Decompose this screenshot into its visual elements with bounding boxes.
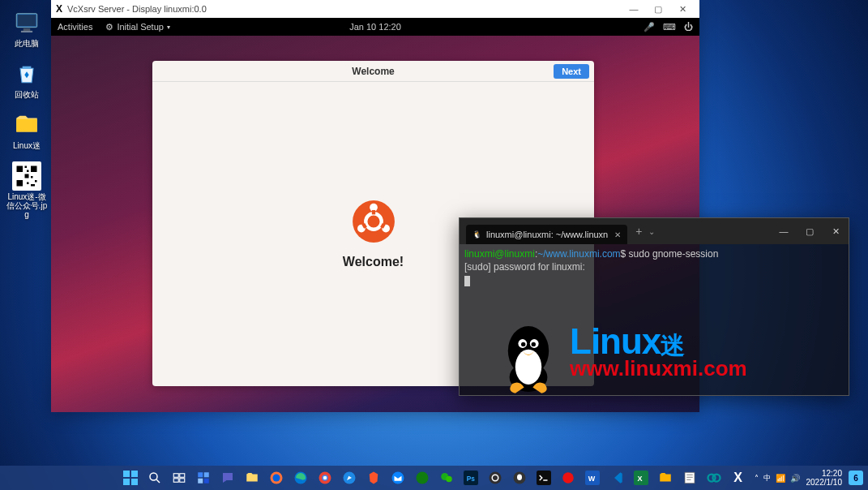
microphone-icon[interactable]: 🎤 (644, 22, 655, 32)
wsl-button[interactable] (509, 467, 530, 488)
prompt-user-host: linuxmi@linuxmi (464, 248, 535, 260)
terminal-minimize-button[interactable]: — (771, 226, 797, 236)
edge-button[interactable] (290, 467, 311, 488)
maximize-button[interactable]: ▢ (646, 4, 670, 15)
svg-rect-42 (203, 479, 208, 484)
settings-icon: ⚙ (105, 22, 113, 32)
tray-chevron-icon[interactable]: ˄ (755, 474, 759, 483)
taskbar-clock[interactable]: 12:20 2022/1/10 (806, 469, 843, 487)
desktop-icons: 此电脑 回收站 Linux迷 Linux迷-微信公众号.jpg (4, 8, 53, 230)
svg-rect-30 (123, 471, 130, 477)
safari-button[interactable] (339, 467, 360, 488)
clock-label[interactable]: Jan 10 12:20 (349, 22, 401, 32)
welcome-text: Welcome! (343, 255, 404, 269)
firefox-button[interactable] (266, 467, 287, 488)
wechat-button[interactable] (436, 467, 457, 488)
task-view-button[interactable] (169, 467, 190, 488)
svg-rect-6 (31, 166, 37, 173)
folder2-button[interactable] (655, 467, 676, 488)
vcxsrv-titlebar[interactable]: X VcXsrv Server - Display linuxmi:0.0 — … (51, 0, 699, 18)
word-button[interactable]: W (582, 467, 603, 488)
welcome-title: Welcome (352, 66, 394, 77)
obs-button[interactable] (485, 467, 506, 488)
tab-dropdown-icon[interactable]: ⌄ (648, 227, 655, 236)
svg-point-26 (518, 339, 527, 348)
desktop-icon-computer[interactable]: 此电脑 (4, 8, 49, 48)
tray-wifi-icon[interactable]: 📶 (776, 474, 785, 483)
app1-button[interactable] (558, 467, 579, 488)
svg-point-23 (508, 325, 549, 375)
gedit-button[interactable] (679, 467, 700, 488)
input-method-icon[interactable]: ⌨ (663, 22, 676, 32)
search-button[interactable] (144, 467, 165, 488)
terminal-close-button[interactable]: ✕ (823, 226, 849, 237)
tux-tab-icon: 🐧 (472, 230, 481, 239)
terminal-body[interactable]: linuxmi@linuxmi:~/www.linuxmi.com$ sudo … (460, 244, 849, 395)
next-button[interactable]: Next (554, 64, 589, 79)
windows-taskbar: Ps W X X ˄ 中 📶 🔊 12:20 2022/1/10 (0, 466, 868, 490)
svg-rect-32 (123, 479, 130, 485)
svg-point-24 (510, 362, 548, 391)
widgets-button[interactable] (193, 467, 214, 488)
svg-rect-14 (31, 184, 35, 187)
svg-point-51 (416, 472, 428, 484)
initial-setup-menu[interactable]: ⚙ Initial Setup ▾ (105, 22, 169, 32)
svg-rect-41 (198, 479, 203, 484)
desktop-icon-recycle[interactable]: 回收站 (4, 59, 49, 99)
windows-desktop: 此电脑 回收站 Linux迷 Linux迷-微信公众号.jpg X VcXsrv… (0, 0, 868, 490)
svg-rect-33 (131, 479, 138, 485)
xbox-button[interactable] (412, 467, 433, 488)
initial-setup-label: Initial Setup (117, 22, 163, 32)
terminal-line: [sudo] password for linuxmi: (464, 260, 844, 273)
explorer-button[interactable] (242, 467, 263, 488)
vscode-button[interactable] (606, 467, 627, 488)
chrome-button[interactable] (314, 467, 336, 488)
tray-volume-icon[interactable]: 🔊 (790, 474, 800, 483)
vcxsrv-taskbar-button[interactable]: X (728, 467, 749, 488)
arduino-button[interactable] (703, 467, 725, 488)
power-icon[interactable]: ⏻ (684, 22, 693, 32)
vcxsrv-app-icon: X (56, 3, 62, 15)
svg-rect-2 (24, 28, 31, 31)
terminal-titlebar[interactable]: 🐧 linuxmi@linuxmi: ~/www.linuxn ✕ + ⌄ — … (460, 218, 849, 244)
desktop-icon-folder[interactable]: Linux迷 (4, 110, 49, 150)
brave-button[interactable] (363, 467, 384, 488)
taskbar-time: 12:20 (806, 469, 843, 478)
desktop-icon-qr[interactable]: Linux迷-微信公众号.jpg (4, 161, 49, 219)
thunderbird-button[interactable] (387, 467, 408, 488)
svg-point-28 (521, 342, 525, 346)
terminal-button[interactable] (533, 467, 554, 488)
svg-text:Ps: Ps (466, 475, 475, 483)
svg-point-25 (515, 349, 541, 384)
taskbar-center: Ps W X X (120, 466, 749, 490)
terminal-tab[interactable]: 🐧 linuxmi@linuxmi: ~/www.linuxn ✕ (466, 225, 627, 244)
notification-button[interactable]: 6 (849, 471, 863, 485)
terminal-maximize-button[interactable]: ▢ (797, 226, 823, 237)
new-tab-button[interactable]: + (635, 225, 642, 238)
svg-point-53 (446, 476, 452, 483)
svg-rect-5 (17, 166, 24, 173)
svg-point-59 (517, 475, 522, 481)
minimize-button[interactable]: — (622, 4, 646, 14)
svg-rect-60 (537, 471, 551, 485)
start-button[interactable] (120, 467, 141, 488)
svg-point-27 (530, 339, 539, 348)
svg-rect-36 (179, 474, 184, 478)
photoshop-button[interactable]: Ps (460, 467, 481, 488)
chat-button[interactable] (217, 467, 238, 488)
svg-rect-9 (27, 170, 29, 173)
ubuntu-logo-icon (352, 200, 396, 243)
svg-rect-7 (17, 180, 24, 187)
close-button[interactable]: ✕ (670, 4, 695, 15)
activities-button[interactable]: Activities (58, 22, 92, 32)
vcxsrv-title: VcXsrv Server - Display linuxmi:0.0 (67, 4, 207, 14)
watermark-url: www.linuxmi.com (570, 355, 747, 383)
tray-input-icon[interactable]: 中 (763, 473, 771, 484)
watermark-overlay: Linux迷 www.linuxmi.com (492, 321, 840, 387)
taskbar-date: 2022/1/10 (806, 478, 843, 487)
excel-button[interactable]: X (631, 467, 652, 488)
tab-close-icon[interactable]: ✕ (614, 230, 621, 239)
svg-rect-13 (27, 183, 29, 185)
svg-point-56 (489, 472, 501, 484)
svg-rect-40 (203, 472, 208, 477)
